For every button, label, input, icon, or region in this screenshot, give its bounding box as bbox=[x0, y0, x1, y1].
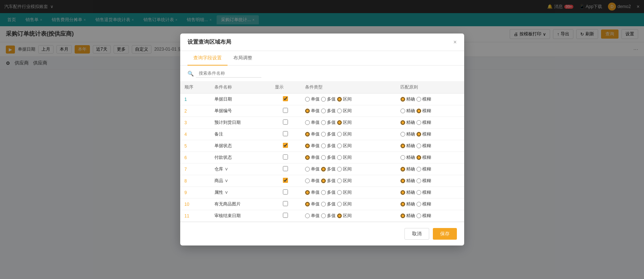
dialog-header: 设置查询区域布局 × bbox=[180, 34, 464, 51]
search-input[interactable] bbox=[196, 69, 261, 70]
tab-layout-adjust[interactable]: 布局调整 bbox=[228, 51, 258, 66]
dialog-search-bar: 🔍 bbox=[180, 66, 464, 70]
dialog: 设置查询区域布局 × 查询字段设置 布局调整 🔍 顺序 条件名称 bbox=[180, 34, 464, 70]
tab-query-fields[interactable]: 查询字段设置 bbox=[187, 51, 228, 66]
dialog-close-button[interactable]: × bbox=[453, 39, 457, 45]
dialog-tabs: 查询字段设置 布局调整 bbox=[180, 51, 464, 66]
modal-overlay: 设置查询区域布局 × 查询字段设置 布局调整 🔍 顺序 条件名称 bbox=[0, 0, 644, 70]
dialog-title: 设置查询区域布局 bbox=[187, 39, 231, 46]
